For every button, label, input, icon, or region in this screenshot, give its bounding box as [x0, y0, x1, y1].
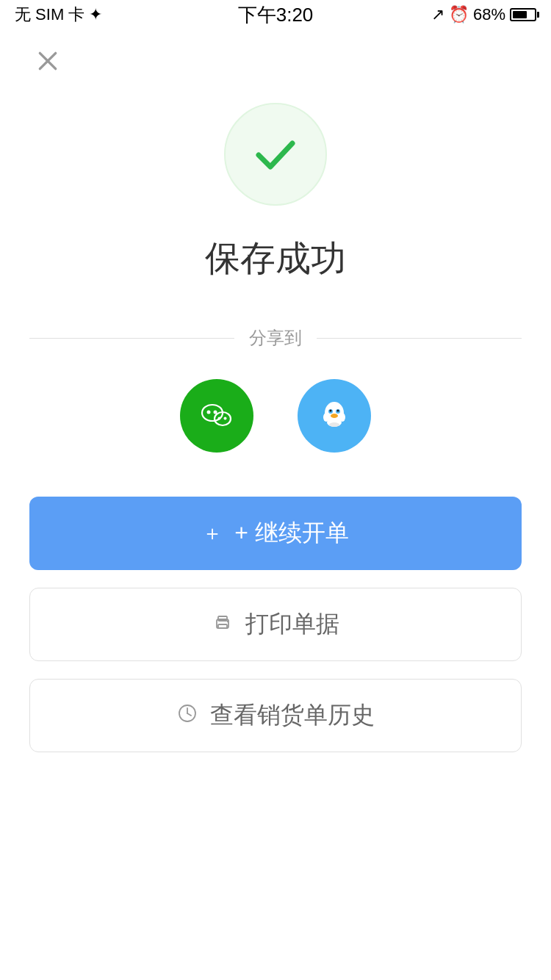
alarm-icon: ⏰: [449, 5, 469, 24]
divider-line-left: [29, 338, 234, 339]
svg-point-11: [330, 410, 332, 412]
sim-status: 无 SIM 卡 ✦: [15, 4, 102, 26]
close-button[interactable]: [29, 43, 66, 79]
svg-point-17: [329, 422, 339, 427]
svg-point-6: [218, 417, 221, 420]
status-bar: 无 SIM 卡 ✦ 下午3:20 ↗ ⏰ 68%: [0, 0, 551, 29]
print-icon: [212, 611, 234, 638]
success-title: 保存成功: [205, 235, 346, 282]
svg-point-7: [224, 417, 227, 420]
wechat-share-button[interactable]: [180, 379, 253, 453]
status-time: 下午3:20: [238, 2, 314, 28]
clock-icon: [176, 702, 198, 729]
svg-point-12: [337, 410, 339, 412]
success-icon: [224, 103, 327, 206]
share-section: 分享到: [0, 326, 551, 497]
svg-rect-20: [218, 624, 227, 628]
plus-icon: ＋: [202, 519, 223, 547]
history-button[interactable]: 查看销货单历史: [29, 679, 522, 752]
action-buttons: ＋ + 继续开单 打印单据: [0, 497, 551, 752]
svg-point-13: [331, 414, 338, 418]
battery-percent: 68%: [473, 5, 505, 24]
print-button[interactable]: 打印单据: [29, 588, 522, 661]
status-left: 无 SIM 卡 ✦: [15, 4, 102, 26]
continue-label: + 继续开单: [234, 517, 349, 550]
divider-line-right: [317, 338, 522, 339]
print-label: 打印单据: [245, 608, 339, 641]
location-icon: ↗: [431, 5, 444, 24]
main-content: 保存成功 分享到: [0, 29, 551, 752]
status-right: ↗ ⏰ 68%: [431, 5, 536, 24]
history-label: 查看销货单历史: [210, 699, 375, 732]
svg-line-24: [187, 713, 191, 716]
share-label: 分享到: [249, 326, 302, 350]
svg-point-3: [207, 411, 211, 414]
share-icons: [29, 379, 522, 453]
share-divider: 分享到: [29, 326, 522, 350]
qq-share-button[interactable]: [298, 379, 371, 453]
svg-point-21: [227, 620, 228, 621]
continue-button[interactable]: ＋ + 继续开单: [29, 497, 522, 570]
battery-icon: [510, 8, 536, 21]
svg-rect-19: [218, 616, 227, 621]
